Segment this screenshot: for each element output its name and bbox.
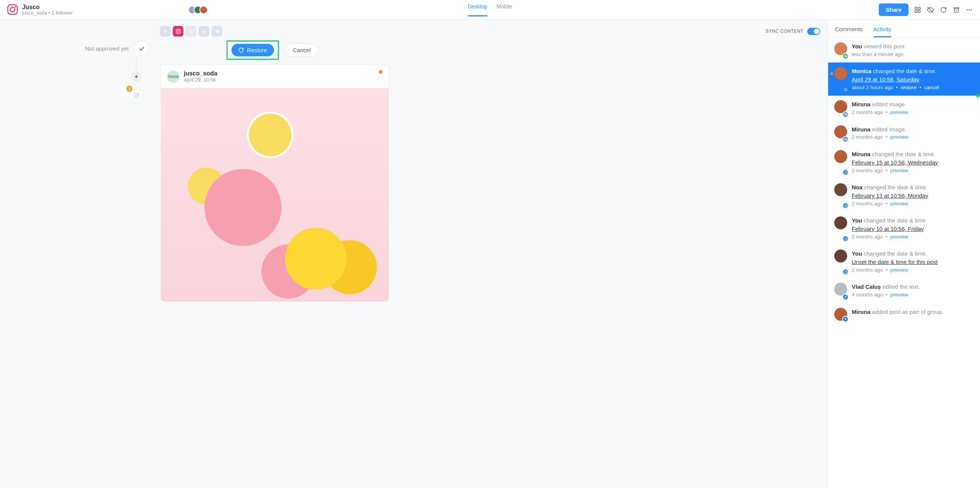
svg-point-22 (845, 56, 846, 57)
archive-icon[interactable] (953, 6, 960, 14)
svg-rect-3 (915, 7, 917, 9)
platform-google-icon[interactable] (186, 26, 196, 37)
right-sidebar: Comments Activity You viewed this post.l… (828, 20, 980, 488)
post-preview-column: SYNC CONTENT Restore Cancel Jusco jusco_… (156, 20, 828, 488)
activity-avatar (834, 216, 847, 240)
activity-badge-icon (842, 111, 849, 118)
member-avatars[interactable] (191, 6, 208, 14)
activity-item[interactable]: You viewed this post.less than a minute … (828, 38, 980, 62)
visibility-off-icon[interactable] (927, 6, 934, 14)
activity-actor: Noa (852, 184, 862, 190)
activity-preview-link[interactable]: preview (891, 134, 908, 140)
activity-badge-icon (842, 53, 849, 59)
sync-toggle[interactable] (807, 28, 820, 35)
activity-preview-link[interactable]: preview (891, 267, 908, 273)
tab-activity[interactable]: Activity (873, 26, 892, 37)
activity-detail: Unset the date & time for this post (852, 258, 938, 266)
svg-point-11 (969, 9, 970, 10)
svg-point-10 (967, 9, 968, 10)
svg-point-2 (15, 6, 16, 8)
platform-linkedin-icon[interactable] (199, 26, 209, 37)
activity-preview-link[interactable]: preview (891, 201, 908, 206)
activity-item[interactable]: Miruna edited image.2 months ago • previ… (828, 96, 980, 120)
activity-badge-icon (842, 294, 849, 300)
post-username: jusco_soda (184, 70, 217, 77)
svg-rect-20 (202, 30, 203, 33)
view-tabs: Desktop Mobile (468, 3, 512, 16)
activity-avatar (834, 100, 847, 116)
svg-point-21 (202, 29, 203, 30)
svg-rect-4 (918, 7, 920, 9)
activity-restore-link[interactable]: restore (901, 85, 917, 90)
svg-point-27 (845, 139, 845, 139)
activity-preview-link[interactable]: preview (891, 292, 908, 298)
activity-actor: Miruna (852, 151, 870, 157)
instagram-logo-icon (7, 4, 18, 15)
selection-dot-icon (830, 72, 833, 75)
activity-item[interactable]: You changed the date & time.Unset the da… (828, 245, 980, 278)
brand-name: Jusco (22, 4, 73, 11)
platform-instagram-icon[interactable] (173, 26, 183, 37)
svg-rect-0 (8, 5, 18, 14)
tab-desktop[interactable]: Desktop (468, 3, 487, 16)
activity-detail: February 15 at 10:56, Wednesday (852, 158, 938, 167)
grid-icon[interactable] (914, 6, 921, 14)
svg-point-15 (137, 94, 138, 94)
warning-badge-icon: ! (126, 85, 133, 93)
svg-rect-6 (918, 10, 920, 12)
tab-mobile[interactable]: Mobile (497, 3, 512, 16)
activity-item[interactable]: Miruna added post as part of group. (828, 303, 980, 325)
tab-comments[interactable]: Comments (835, 26, 863, 37)
platform-facebook-icon[interactable] (160, 26, 171, 37)
more-icon[interactable] (966, 6, 973, 14)
cancel-button[interactable]: Cancel (285, 43, 319, 57)
activity-item[interactable]: Vlad Caluș edited the text.4 months ago … (828, 278, 980, 303)
activity-item[interactable]: Miruna changed the date & time.February … (828, 146, 980, 179)
activity-avatar (834, 150, 847, 174)
approve-button[interactable] (134, 41, 149, 56)
approval-timeline: Not approved yet ! (0, 20, 156, 488)
member-avatar[interactable] (199, 6, 208, 14)
activity-time: about 2 hours ago • restore • cancel (852, 84, 939, 91)
activity-avatar (834, 250, 847, 274)
activity-item[interactable]: Noa changed the date & time.February 13 … (828, 179, 980, 212)
activity-time: 2 months ago • preview (852, 167, 938, 174)
platform-selector (160, 26, 222, 37)
activity-action: edited the text. (883, 283, 920, 290)
activity-action: changed the date & time. (872, 151, 935, 157)
activity-cancel-link[interactable]: cancel (924, 85, 939, 90)
activity-actor: Miruna (852, 101, 870, 107)
post-date: April 29, 10:56 (184, 77, 217, 83)
activity-actor: Miruna (852, 126, 870, 133)
restore-highlight: Restore (226, 40, 279, 60)
svg-point-25 (845, 114, 845, 115)
activity-item[interactable]: Miruna edited image.2 months ago • previ… (828, 121, 980, 146)
activity-preview-link[interactable]: preview (891, 234, 908, 240)
activity-action: viewed this post. (864, 43, 906, 50)
activity-item[interactable]: You changed the date & time.February 10 … (828, 212, 980, 245)
refresh-icon (238, 47, 244, 53)
activity-item[interactable]: Monica changed the date & time.April 29 … (828, 62, 980, 96)
activity-actor: Vlad Caluș (852, 283, 881, 290)
refresh-icon[interactable] (940, 6, 947, 14)
restore-button-label: Restore (247, 47, 267, 53)
activity-action: changed the date & time. (864, 217, 927, 224)
activity-action: changed the date & time. (873, 68, 937, 74)
activity-avatar (834, 308, 847, 321)
activity-actor: Miruna (852, 309, 870, 315)
activity-time: 2 months ago • preview (852, 109, 908, 116)
activity-actor: Monica (852, 68, 872, 74)
share-button[interactable]: Share (879, 3, 908, 16)
activity-preview-link[interactable]: preview (891, 109, 908, 115)
platform-twitter-icon[interactable] (212, 26, 222, 37)
restore-button[interactable]: Restore (231, 44, 274, 56)
activity-time: 2 months ago • preview (852, 133, 908, 141)
activity-detail: February 13 at 10:56, Monday (852, 192, 928, 200)
activity-action: changed the date & time. (864, 250, 927, 257)
svg-point-1 (10, 7, 15, 12)
activity-detail: February 10 at 10:56, Friday (852, 225, 927, 233)
activity-actor: You (852, 217, 862, 224)
activity-badge-icon (842, 235, 849, 242)
activity-preview-link[interactable]: preview (891, 168, 908, 173)
activity-badge-icon (842, 269, 849, 275)
